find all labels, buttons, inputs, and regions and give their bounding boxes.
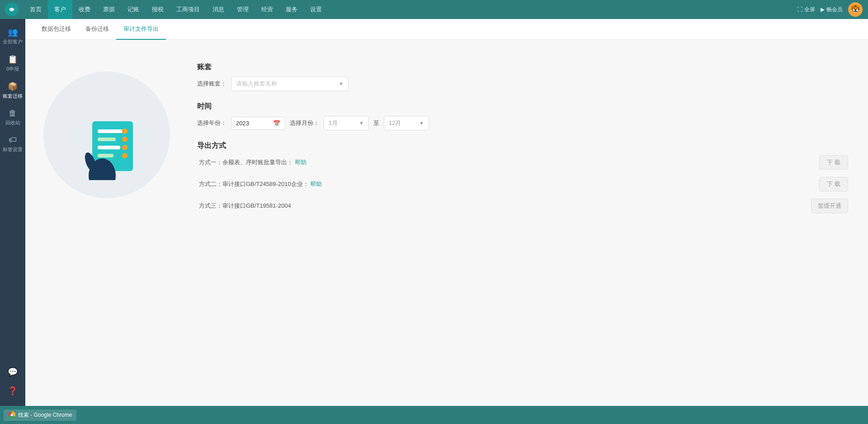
avatar[interactable]: 🐯 xyxy=(848,2,863,17)
sidebar-item-recycle[interactable]: 🗑 回收站 xyxy=(0,104,25,131)
vip-button[interactable]: ▶ 畅会员 xyxy=(821,6,843,14)
nav-fee[interactable]: 收费 xyxy=(72,0,97,19)
sidebar-item-zero-declare[interactable]: 📋 0申报 xyxy=(0,50,25,77)
year-label: 选择年份： xyxy=(197,119,226,127)
svg-rect-3 xyxy=(98,138,116,141)
month-start-select[interactable]: 1月 ▼ xyxy=(324,116,369,130)
sidebar-item-migrate[interactable]: 📦 账套迁移 xyxy=(0,77,25,104)
account-section-title: 账套 xyxy=(197,62,850,72)
calendar-icon: 📅 xyxy=(273,120,280,127)
export-method-3: 方式三：审计接口GB/T19581-2004 暂缓开通 xyxy=(197,199,850,213)
month-end-value: 12月 xyxy=(389,119,401,127)
method-2-help-link[interactable]: 帮助 xyxy=(310,181,322,187)
account-row: 选择账套： 请输入账套名称 ▼ xyxy=(197,76,850,91)
method-1-download-button[interactable]: 下 载 xyxy=(819,155,848,170)
account-select[interactable]: 请输入账套名称 ▼ xyxy=(231,76,349,91)
sidebar-label-recycle: 回收站 xyxy=(5,119,20,126)
method-1-help-link[interactable]: 帮助 xyxy=(295,159,307,166)
month-start-chevron-icon: ▼ xyxy=(359,120,364,126)
content-area: 数据包迁移 备份迁移 审计文件导出 xyxy=(25,19,868,406)
nav-message[interactable]: 消息 xyxy=(206,0,231,19)
vip-icon: ▶ xyxy=(821,6,825,13)
export-section-title: 导出方式 xyxy=(197,141,850,151)
nav-tax[interactable]: 报税 xyxy=(146,0,170,19)
year-input[interactable]: 2023 📅 xyxy=(231,117,285,130)
svg-point-6 xyxy=(122,129,127,134)
nav-operation[interactable]: 经营 xyxy=(255,0,279,19)
illustration-area xyxy=(43,53,170,392)
nav-settings[interactable]: 设置 xyxy=(304,0,328,19)
sidebar-item-help[interactable]: ❓ xyxy=(0,381,25,400)
sidebar-label-zero-declare: 0申报 xyxy=(6,66,19,72)
all-clients-icon: 👥 xyxy=(8,27,18,37)
method-3-soon-button: 暂缓开通 xyxy=(811,199,848,213)
month-start-value: 1月 xyxy=(329,119,338,127)
method-1-label: 方式一：余额表、序时账批量导出： 帮助 xyxy=(199,158,307,167)
page-content: 账套 选择账套： 请输入账套名称 ▼ 时间 选择年份： xyxy=(25,40,868,406)
sidebar-item-tag-settings[interactable]: 🏷 标签设置 xyxy=(0,131,25,157)
tag-icon: 🏷 xyxy=(9,135,17,145)
recycle-icon: 🗑 xyxy=(9,109,17,118)
svg-point-9 xyxy=(122,153,127,158)
sidebar-label-tag-settings: 标签设置 xyxy=(3,146,23,153)
sidebar-bottom: 💬 ❓ xyxy=(0,362,25,406)
month-label: 选择月份： xyxy=(290,119,319,127)
account-section: 账套 选择账套： 请输入账套名称 ▼ xyxy=(197,62,850,91)
tab-bar: 数据包迁移 备份迁移 审计文件导出 xyxy=(25,19,868,40)
export-section: 导出方式 方式一：余额表、序时账批量导出： 帮助 下 载 xyxy=(197,141,850,213)
time-section-title: 时间 xyxy=(197,102,850,111)
fullscreen-label: 全屏 xyxy=(804,6,815,14)
nav-business[interactable]: 工商项目 xyxy=(170,0,206,19)
fullscreen-button[interactable]: ⛶ 全屏 xyxy=(797,6,815,14)
svg-point-15 xyxy=(11,414,13,416)
chat-icon: 💬 xyxy=(8,367,18,377)
migrate-icon: 📦 xyxy=(8,81,18,91)
taskbar-chrome-item[interactable]: 线索 - Google Chrome xyxy=(4,410,76,421)
export-methods: 方式一：余额表、序时账批量导出： 帮助 下 载 方式二：审计接口GB/T2458… xyxy=(197,155,850,213)
export-method-1: 方式一：余额表、序时账批量导出： 帮助 下 载 xyxy=(197,155,850,170)
form-area: 账套 选择账套： 请输入账套名称 ▼ 时间 选择年份： xyxy=(197,53,850,392)
tab-backup-migration[interactable]: 备份迁移 xyxy=(78,19,116,40)
sidebar-label-migrate: 账套迁移 xyxy=(3,93,23,100)
taskbar-item-label: 线索 - Google Chrome xyxy=(18,411,72,419)
svg-rect-4 xyxy=(98,146,120,149)
nav-items: 首页 客户 收费 票据 记账 报税 工商项目 消息 管理 经营 服务 设置 xyxy=(24,0,797,19)
help-icon: ❓ xyxy=(8,386,18,396)
month-end-select[interactable]: 12月 ▼ xyxy=(384,116,429,130)
to-label: 至 xyxy=(373,119,379,127)
app-logo[interactable] xyxy=(4,1,20,18)
account-select-placeholder: 请输入账套名称 xyxy=(236,80,277,88)
svg-rect-5 xyxy=(98,154,113,157)
nav-invoice[interactable]: 票据 xyxy=(97,0,121,19)
method-2-download-button[interactable]: 下 载 xyxy=(819,177,848,191)
tab-audit-export[interactable]: 审计文件导出 xyxy=(116,19,166,40)
sidebar: 👥 全部客户 📋 0申报 📦 账套迁移 🗑 回收站 🏷 标签设置 💬 ❓ xyxy=(0,19,25,406)
svg-point-8 xyxy=(122,145,127,150)
svg-point-7 xyxy=(122,137,127,142)
nav-service[interactable]: 服务 xyxy=(279,0,304,19)
nav-home[interactable]: 首页 xyxy=(24,0,48,19)
nav-bookkeeping[interactable]: 记账 xyxy=(121,0,146,19)
time-row: 选择年份： 2023 📅 选择月份： 1月 ▼ 至 12月 xyxy=(197,116,850,130)
tab-data-migration[interactable]: 数据包迁移 xyxy=(34,19,78,40)
nav-client[interactable]: 客户 xyxy=(48,0,72,19)
sidebar-item-all-clients[interactable]: 👥 全部客户 xyxy=(0,23,25,50)
chrome-icon xyxy=(8,411,15,419)
vip-label: 畅会员 xyxy=(826,6,843,14)
zero-declare-icon: 📋 xyxy=(8,54,18,64)
svg-rect-2 xyxy=(98,129,123,133)
illustration-svg xyxy=(66,90,147,180)
fullscreen-icon: ⛶ xyxy=(797,6,802,13)
month-end-chevron-icon: ▼ xyxy=(419,120,424,126)
sidebar-item-chat[interactable]: 💬 xyxy=(0,362,25,381)
year-value: 2023 xyxy=(236,120,249,127)
time-section: 时间 选择年份： 2023 📅 选择月份： 1月 ▼ 至 xyxy=(197,102,850,130)
nav-right: ⛶ 全屏 ▶ 畅会员 🐯 xyxy=(797,2,868,17)
sidebar-label-all-clients: 全部客户 xyxy=(3,38,23,45)
taskbar: 线索 - Google Chrome xyxy=(0,406,868,424)
illustration-circle xyxy=(43,71,170,198)
top-navigation: 首页 客户 收费 票据 记账 报税 工商项目 消息 管理 经营 服务 设置 ⛶ … xyxy=(0,0,868,19)
main-layout: 👥 全部客户 📋 0申报 📦 账套迁移 🗑 回收站 🏷 标签设置 💬 ❓ xyxy=(0,19,868,406)
nav-manage[interactable]: 管理 xyxy=(231,0,255,19)
export-method-2: 方式二：审计接口GB/T24589-2010企业： 帮助 下 载 xyxy=(197,177,850,191)
